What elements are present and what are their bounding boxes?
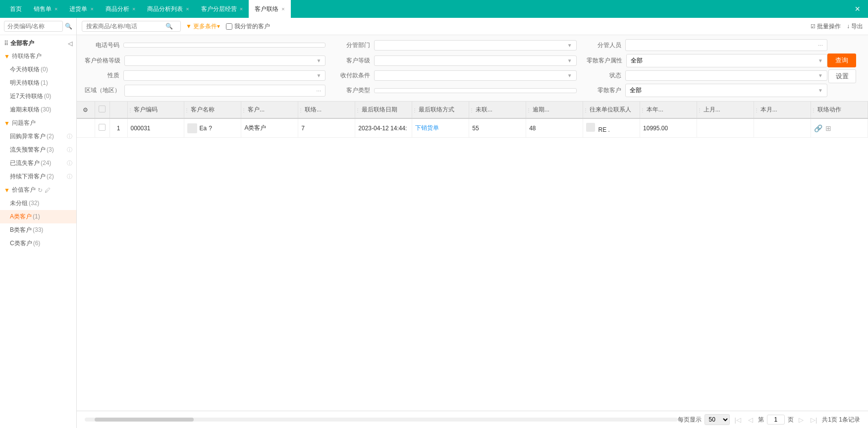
- filter-region-input[interactable]: ···: [124, 85, 326, 97]
- sidebar-item-7days[interactable]: 近7天待联络(0): [0, 90, 76, 103]
- group-problem-customers[interactable]: ▼ 问题客户: [0, 116, 76, 130]
- sidebar-search-input[interactable]: [4, 21, 63, 32]
- close-analysis-tab[interactable]: ×: [132, 6, 135, 12]
- settings-icon[interactable]: 🖊: [45, 187, 51, 194]
- group-pending-label: 待联络客户: [12, 52, 42, 60]
- close-sales-tab[interactable]: ×: [54, 6, 57, 12]
- nav-purchase[interactable]: 进货单 ×: [63, 0, 99, 18]
- row-overdue-cell: 48: [526, 118, 583, 138]
- select-all-checkbox[interactable]: [99, 106, 106, 112]
- region-dots-icon: ···: [316, 87, 321, 94]
- row-actions-cell: 🔗 ⊞: [811, 118, 868, 138]
- filter-customer-type-input[interactable]: [374, 88, 576, 93]
- sidebar-item-b-class[interactable]: B类客户(33): [0, 223, 76, 237]
- scrollbar-thumb[interactable]: [95, 418, 194, 422]
- sidebar-item-declining[interactable]: 持续下滑客户(2) ⓘ: [0, 170, 76, 183]
- gear-icon[interactable]: ⚙: [83, 107, 88, 113]
- batch-operation-btn[interactable]: ☑ 批量操作: [811, 22, 841, 31]
- setting-button[interactable]: 设置: [828, 69, 856, 83]
- filter-icon: ▼: [186, 23, 192, 30]
- filter-retail-attr-select[interactable]: 全部 ▼: [626, 54, 827, 67]
- global-close-button[interactable]: ×: [851, 4, 864, 14]
- sidebar-item-overdue[interactable]: 逾期未联络(30): [0, 103, 76, 116]
- last-method-link[interactable]: 下销货单: [415, 124, 439, 131]
- col-sep-icon-12: ⋮: [754, 107, 759, 112]
- prev-page-btn[interactable]: ◁: [746, 416, 755, 424]
- nav-home[interactable]: 首页: [4, 0, 28, 18]
- filter-person-label: 分管人员: [587, 41, 621, 50]
- sidebar-item-repurchase-abnormal[interactable]: 回购异常客户(2) ⓘ: [0, 130, 76, 143]
- close-customer-tier-tab[interactable]: ×: [240, 6, 243, 12]
- col-code: ⋮ 客户编码: [127, 102, 184, 118]
- filter-region: 区域（地区） ···: [85, 85, 326, 97]
- action-link-icon[interactable]: 🔗: [814, 124, 822, 132]
- nav-sales[interactable]: 销售单 ×: [28, 0, 63, 18]
- group-pending-contact[interactable]: ▼ 待联络客户: [0, 50, 76, 63]
- sidebar-item-churn-warning[interactable]: 流失预警客户(3) ⓘ: [0, 143, 76, 157]
- filter-customer-level-select[interactable]: ▼: [374, 55, 576, 66]
- filter-nature-select[interactable]: ▼: [123, 70, 326, 81]
- sidebar-collapse-btn[interactable]: ◁: [68, 40, 72, 47]
- export-icon: ↓: [847, 23, 850, 30]
- more-filter-btn[interactable]: ▼ 更多条件 ▾: [186, 22, 220, 31]
- action-qr-icon[interactable]: ⊞: [825, 124, 831, 132]
- col-level: ⋮ 客户...: [241, 102, 298, 118]
- close-customer-contact-tab[interactable]: ×: [281, 6, 284, 12]
- export-btn[interactable]: ↓ 导出: [847, 22, 863, 31]
- filter-dept-label: 分管部门: [335, 41, 370, 50]
- current-page-input[interactable]: [767, 415, 785, 425]
- filter-dept-select[interactable]: ▼: [374, 40, 576, 51]
- row-last-date-cell: 2023-04-12 14:44:: [355, 118, 412, 138]
- sidebar-item-tomorrow[interactable]: 明天待联络(1): [0, 76, 76, 90]
- first-page-btn[interactable]: |◁: [733, 416, 743, 424]
- sidebar-item-a-class[interactable]: A类客户(1): [0, 210, 76, 223]
- nav-analysis-list[interactable]: 商品分析列表 ×: [141, 0, 195, 18]
- sidebar-item-today[interactable]: 今天待联络(0): [0, 63, 76, 76]
- dept-arrow-icon: ▼: [567, 43, 572, 48]
- table-row: 1 000031 Ea ? A: [77, 118, 868, 138]
- last-page-btn[interactable]: ▷|: [809, 416, 819, 424]
- filter-row-1: 电话号码 分管部门 ▼: [85, 39, 827, 51]
- next-page-btn[interactable]: ▷: [797, 416, 806, 424]
- info-icon-2: ⓘ: [67, 146, 72, 154]
- main-layout: 🔍 ⠿ 全部客户 ◁ ▼ 待联络客户 今天待联络(0) 明天待联络(1) 近7天…: [0, 18, 868, 428]
- pagination: 每页显示 20 50 100 |◁ ◁ 第 页 ▷ ▷| 共1页 1条记录: [678, 414, 860, 425]
- filter-retail-customer-select[interactable]: 全部 ▼: [625, 84, 827, 97]
- col-overdue: ⋮ 逾期...: [526, 102, 583, 118]
- filter-status-label: 状态: [587, 71, 621, 80]
- info-icon-4: ⓘ: [67, 173, 72, 180]
- page-size-select[interactable]: 20 50 100: [705, 414, 730, 425]
- row-checkbox[interactable]: [99, 124, 106, 131]
- payment-arrow-icon: ▼: [567, 73, 572, 78]
- nav-analysis[interactable]: 商品分析 ×: [100, 0, 141, 18]
- filter-customer-level-label: 客户等级: [335, 56, 370, 65]
- refresh-icon[interactable]: ↻: [38, 187, 43, 194]
- filter-payment-select[interactable]: ▼: [374, 70, 576, 81]
- close-analysis-list-tab[interactable]: ×: [186, 6, 189, 12]
- nav-customer-contact[interactable]: 客户联络 ×: [249, 0, 290, 18]
- retail-attr-arrow-icon: ▼: [818, 58, 823, 63]
- my-customer-checkbox[interactable]: [226, 23, 232, 30]
- group-value-customers[interactable]: ▼ 价值客户 ↻ 🖊: [0, 183, 76, 197]
- row-num-cell: 1: [109, 118, 127, 138]
- col-last-method: ⋮ 最后联络方式: [412, 102, 469, 118]
- col-actions: ⋮ 联络动作: [811, 102, 868, 118]
- close-purchase-tab[interactable]: ×: [90, 6, 93, 12]
- filter-price-level-select[interactable]: ▼: [124, 55, 326, 66]
- group-problem-label: 问题客户: [12, 119, 36, 127]
- sidebar-item-unclassified[interactable]: 未分组(32): [0, 197, 76, 210]
- sidebar-item-c-class[interactable]: C类客户(6): [0, 237, 76, 250]
- my-customer-checkbox-label[interactable]: 我分管的客户: [226, 22, 270, 31]
- query-button[interactable]: 查询: [827, 54, 856, 67]
- row-last-month-cell: [697, 118, 754, 138]
- filter-phone-input[interactable]: [123, 43, 326, 48]
- filter-dept: 分管部门 ▼: [335, 40, 576, 51]
- filter-phone: 电话号码: [85, 41, 326, 50]
- filter-status: 状态 ▼: [587, 70, 827, 81]
- nav-customer-tier[interactable]: 客户分层经营 ×: [195, 0, 249, 18]
- filter-status-select[interactable]: ▼: [625, 70, 827, 81]
- sidebar-item-churned[interactable]: 已流失客户(24) ⓘ: [0, 157, 76, 170]
- col-no-contact: ⋮ 未联...: [469, 102, 526, 118]
- filter-person-input[interactable]: ···: [625, 39, 827, 51]
- main-search-input[interactable]: [86, 23, 165, 30]
